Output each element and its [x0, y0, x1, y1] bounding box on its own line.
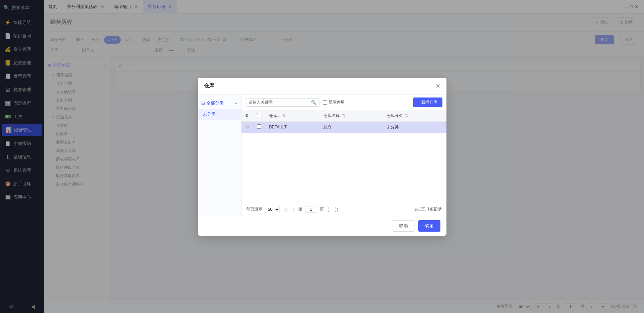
th-name[interactable]: 仓库名称 ⇅ [320, 110, 383, 122]
category-collapse-btn[interactable]: « [235, 101, 238, 106]
modal-table-scroll: ⚙ 仓库... ⇅ 仓库名称 [242, 110, 446, 203]
modal-pagination: 每页显示 50 ⟨⟨ ⟨ 第 页 ⟩ ⟩⟩ 共1页, 1条记录 [242, 203, 446, 216]
row-checkbox[interactable] [254, 121, 266, 133]
confirm-button[interactable]: 确定 [418, 220, 440, 232]
modal-title: 仓库 [204, 83, 214, 89]
modal-toolbar: 🔍 显示停用 + 新增仓库 [242, 95, 446, 110]
modal-page-unit: 页 [320, 206, 324, 212]
warehouse-modal: 仓库 ✕ ⊞ 全部分类 « 未分类 [198, 78, 446, 236]
modal-content-panel: 🔍 显示停用 + 新增仓库 [242, 95, 446, 216]
next-page-modal-btn[interactable]: ⟩ [327, 207, 331, 212]
first-page-modal-btn[interactable]: ⟨⟨ [283, 207, 289, 212]
modal-search-box[interactable]: 🔍 [246, 98, 319, 107]
show-disabled-label[interactable]: 显示停用 [323, 100, 345, 105]
grid-icon-modal: ⊞ [201, 101, 205, 106]
modal-table-header-row: ⚙ 仓库... ⇅ 仓库名称 [242, 110, 446, 122]
th-category[interactable]: 仓库分类 ⇅ [383, 110, 446, 122]
modal-warehouse-table: ⚙ 仓库... ⇅ 仓库名称 [242, 110, 446, 133]
modal-total-info: 共1页, 1条记录 [415, 206, 441, 212]
th-select-all[interactable] [257, 113, 261, 117]
modal-category-panel: ⊞ 全部分类 « 未分类 [198, 95, 242, 216]
modal-close-button[interactable]: ✕ [435, 82, 440, 90]
modal-table-body: ⚙ DEFAULT 总仓 未分类 [242, 121, 446, 133]
add-warehouse-button[interactable]: + 新增仓库 [413, 97, 442, 107]
modal-page-label: 第 [298, 206, 302, 212]
search-icon-modal: 🔍 [311, 100, 316, 105]
category-item-uncategorized[interactable]: 未分类 [198, 109, 241, 120]
pagination-left: 每页显示 50 ⟨⟨ ⟨ 第 页 ⟩ ⟩⟩ [246, 206, 340, 213]
per-page-label-modal: 每页显示 [246, 206, 262, 212]
modal-table-header: ⚙ 仓库... ⇅ 仓库名称 [242, 110, 446, 122]
table-row[interactable]: ⚙ DEFAULT 总仓 未分类 [242, 121, 446, 133]
modal-overlay: 仓库 ✕ ⊞ 全部分类 « 未分类 [0, 0, 644, 313]
last-page-modal-btn[interactable]: ⟩⟩ [334, 207, 340, 212]
th-settings[interactable]: ⚙ [242, 110, 254, 122]
sort-icon-category: ⇅ [405, 113, 408, 118]
row-code: DEFAULT [266, 121, 320, 133]
category-all-header[interactable]: ⊞ 全部分类 « [198, 97, 241, 109]
row-name: 总仓 [320, 121, 383, 133]
row-category: 未分类 [383, 121, 446, 133]
modal-header: 仓库 ✕ [198, 78, 446, 95]
sort-icon-code: ⇅ [283, 113, 286, 118]
th-checkbox[interactable] [254, 110, 266, 122]
category-all-label: ⊞ 全部分类 [201, 100, 224, 106]
sort-icon-name: ⇅ [342, 113, 345, 118]
row-select-checkbox[interactable] [257, 124, 261, 129]
th-code[interactable]: 仓库... ⇅ [266, 110, 320, 122]
modal-page-input[interactable] [305, 206, 317, 213]
prev-page-modal-btn[interactable]: ⟨ [291, 207, 296, 212]
show-disabled-checkbox[interactable] [323, 100, 327, 105]
cancel-button[interactable]: 取消 [392, 220, 415, 232]
row-settings: ⚙ [242, 121, 254, 133]
modal-search-input[interactable] [249, 100, 311, 105]
modal-body: ⊞ 全部分类 « 未分类 🔍 [198, 95, 446, 216]
modal-action-footer: 取消 确定 [198, 216, 446, 236]
modal-per-page-select[interactable]: 50 [265, 206, 280, 213]
